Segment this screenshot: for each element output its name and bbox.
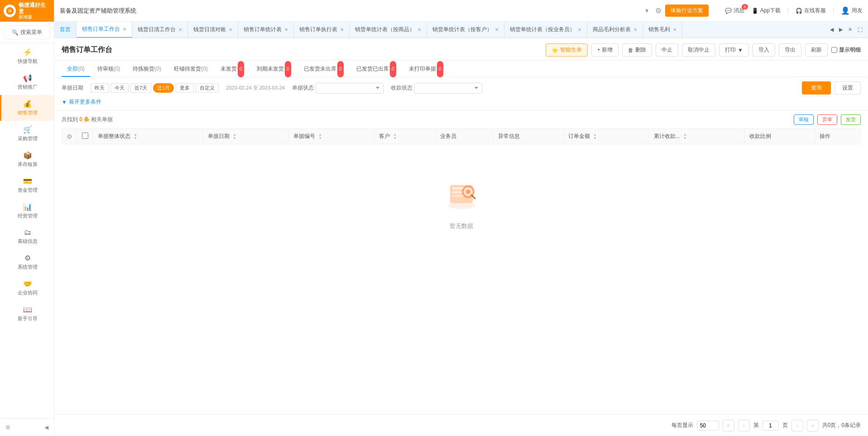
- tab-cash-daily[interactable]: 钱货日清工作台✕: [132, 22, 188, 38]
- add-btn[interactable]: + 新增: [591, 43, 619, 57]
- sidebar-item-quick-nav[interactable]: ⚡ 快捷导航: [0, 43, 54, 69]
- sort-icon-date[interactable]: ▲▼: [233, 133, 236, 140]
- pagination-last-btn[interactable]: »: [807, 420, 819, 431]
- tab-close-sales-stat-product[interactable]: ✕: [417, 28, 421, 32]
- sidebar-item-marketing[interactable]: 📢 营销推广: [0, 69, 54, 95]
- tab-gross-profit[interactable]: 商品毛利分析表✕: [587, 22, 643, 38]
- sub-tab-shipped-not-warehouse[interactable]: 已发货未出库0: [298, 61, 349, 77]
- tab-close-sales-profit[interactable]: ✕: [673, 28, 676, 32]
- stop-btn[interactable]: 中止: [656, 43, 678, 57]
- tab-sales-profit[interactable]: 销售毛利✕: [643, 22, 682, 38]
- sort-icon-status[interactable]: ▲▼: [134, 133, 137, 140]
- sub-tab-wangpu-delivery[interactable]: 旺铺待发货(0): [168, 61, 213, 77]
- app-download-action[interactable]: 📱 App下载: [752, 7, 781, 14]
- show-detail-checkbox[interactable]: [831, 47, 837, 53]
- tab-close-cash-daily[interactable]: ✕: [178, 28, 182, 32]
- status-filter-select[interactable]: [316, 83, 384, 94]
- date-btn-today[interactable]: 今天: [110, 83, 129, 93]
- bulk-audit-btn[interactable]: 审核: [794, 114, 814, 125]
- sidebar-item-business[interactable]: 📊 经营管理: [0, 198, 54, 224]
- tab-home[interactable]: 首页: [54, 22, 77, 38]
- date-btn-last1month[interactable]: 近1月: [153, 83, 174, 93]
- sidebar-item-purchase[interactable]: 🛒 采购管理: [0, 121, 54, 147]
- table-head: ⚙ 单据整体状态 ▲▼ 单据日期 ▲▼: [62, 129, 861, 144]
- query-btn[interactable]: 查询: [802, 81, 831, 95]
- tab-close-sales-stats[interactable]: ✕: [284, 28, 288, 32]
- pagination-prev-btn[interactable]: ‹: [738, 420, 750, 431]
- sort-icon-received[interactable]: ▲▼: [683, 133, 687, 140]
- message-action[interactable]: 💬 消息 6: [725, 7, 744, 14]
- sidebar-item-sales[interactable]: 💰 销售管理: [0, 95, 54, 121]
- sort-icon-amount[interactable]: ▲▼: [593, 133, 597, 140]
- smart-generate-btn[interactable]: ⭐ 智能生单: [546, 43, 588, 57]
- sort-icon-number[interactable]: ▲▼: [318, 133, 322, 140]
- nav-icon-basic: 🗂: [24, 228, 31, 237]
- date-btn-last7[interactable]: 近7天: [130, 83, 151, 93]
- header-dropdown-icon[interactable]: ▼: [644, 8, 650, 14]
- export-btn[interactable]: 导出: [779, 43, 801, 57]
- print-btn[interactable]: 打印 ▼: [719, 43, 749, 57]
- tab-close-gross-profit[interactable]: ✕: [633, 28, 637, 32]
- tab-close-sales-workbench[interactable]: ✕: [123, 27, 126, 32]
- sub-tab-not-printed[interactable]: 未打印单据0: [403, 61, 449, 77]
- sub-tab-pending-check[interactable]: 待拣验货(0): [127, 61, 167, 77]
- import-btn[interactable]: 导入: [753, 43, 775, 57]
- tab-sales-stats[interactable]: 销售订单统计表✕: [238, 22, 294, 38]
- tab-sales-stat-customer[interactable]: 销货单统计表（按客户）✕: [427, 22, 504, 38]
- tab-close-all-btn[interactable]: ✕: [846, 26, 854, 33]
- tab-prev-btn[interactable]: ◀: [828, 26, 835, 33]
- tab-next-btn[interactable]: ▶: [837, 26, 844, 33]
- column-settings-icon[interactable]: ⚙: [67, 133, 72, 140]
- date-btn-custom[interactable]: 自定义: [196, 83, 219, 93]
- sub-tab-overdue-not-shipped[interactable]: 到期未发货0: [251, 61, 297, 77]
- sub-tab-shipped-warehouse[interactable]: 已发货已出库0: [351, 61, 402, 77]
- sub-tab-pending-review[interactable]: 待审核(0): [92, 61, 126, 77]
- sidebar-item-guide[interactable]: 📖 新手引导: [0, 301, 54, 327]
- industry-solution-btn[interactable]: 体验行业方案: [665, 5, 709, 17]
- sidebar-item-system[interactable]: ⚙ 系统管理: [0, 249, 54, 275]
- tab-sales-stat-staff[interactable]: 销货单统计表（按业务员）✕: [504, 22, 587, 38]
- date-btn-more[interactable]: 更多: [176, 83, 194, 93]
- date-btn-yesterday[interactable]: 昨天: [91, 83, 109, 93]
- pagination-first-btn[interactable]: «: [723, 420, 734, 431]
- tab-sales-stat-product[interactable]: 销货单统计表（按商品）✕: [350, 22, 427, 38]
- expand-conditions-btn[interactable]: ▼ 展开更多条件: [62, 98, 101, 106]
- refresh-btn[interactable]: 刷新: [805, 43, 828, 57]
- bulk-dismiss-btn[interactable]: 弃审: [817, 114, 837, 125]
- tab-close-sales-stat-customer[interactable]: ✕: [495, 28, 499, 32]
- tab-cash-reconcile[interactable]: 钱货日清对账✕: [188, 22, 238, 38]
- header-system-title: 装备及固定资产辅助管理系统: [60, 7, 641, 15]
- sidebar-settings-btn[interactable]: ⚙: [4, 422, 12, 432]
- header-settings-icon[interactable]: ⚙: [655, 6, 662, 15]
- search-menu-button[interactable]: 🔍 搜索菜单: [4, 25, 50, 39]
- sub-tab-all[interactable]: 全部(0): [62, 61, 90, 77]
- sidebar-item-basic[interactable]: 🗂 基础信息: [0, 224, 54, 249]
- per-page-select[interactable]: 50 10 20 100: [697, 421, 719, 431]
- sub-tab-label-all: 全部: [67, 66, 78, 72]
- select-all-checkbox[interactable]: [82, 133, 88, 139]
- user-action[interactable]: 👤 用友: [841, 6, 863, 15]
- tab-close-sales-stat-staff[interactable]: ✕: [578, 28, 581, 32]
- cancel-stop-btn[interactable]: 取消中止: [682, 43, 715, 57]
- page-input[interactable]: [762, 421, 779, 431]
- tab-sales-workbench[interactable]: 销售订单工作台✕: [77, 22, 132, 38]
- tab-maximize-btn[interactable]: ⛶: [856, 26, 864, 33]
- pagination-next-btn[interactable]: ›: [791, 420, 803, 431]
- tab-close-cash-reconcile[interactable]: ✕: [229, 28, 232, 32]
- pagination-bar: 每页显示 50 10 20 100 « ‹ 第 页 › » 共0页，0条记录: [54, 414, 868, 436]
- online-service-action[interactable]: 🎧 在线客服: [796, 7, 826, 14]
- delete-btn[interactable]: 🗑 删除: [622, 43, 652, 57]
- sub-tab-not-shipped[interactable]: 未发货0: [215, 61, 249, 77]
- sidebar-collapse-btn[interactable]: ◀: [43, 422, 50, 432]
- sort-icon-customer[interactable]: ▲▼: [393, 133, 397, 140]
- payment-filter-select[interactable]: [414, 83, 482, 94]
- tab-close-sales-exec[interactable]: ✕: [340, 28, 344, 32]
- bulk-ship-btn[interactable]: 发货: [841, 114, 861, 125]
- sidebar-item-enterprise[interactable]: 🤝 企业协同: [0, 275, 54, 301]
- filter-settings-btn[interactable]: 设置: [834, 81, 861, 95]
- sidebar-item-finance[interactable]: 💳 资金管理: [0, 172, 54, 198]
- tab-sales-exec[interactable]: 销售订单执行表✕: [294, 22, 350, 38]
- expand-icon: ▼: [62, 99, 67, 105]
- show-detail-checkbox-area[interactable]: 显示明细: [831, 46, 861, 54]
- sidebar-item-inventory[interactable]: 📦 库存核算: [0, 147, 54, 172]
